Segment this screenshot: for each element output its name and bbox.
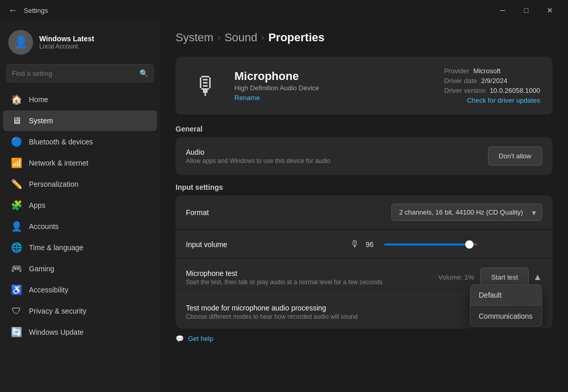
breadcrumb-properties: Properties <box>269 31 325 44</box>
profile-section: 👤 Windows Latest Local Account <box>0 21 160 61</box>
sidebar-item-system[interactable]: 🖥 System <box>3 110 157 131</box>
profile-type: Local Account <box>39 43 94 50</box>
driver-version-label: Driver version <box>444 87 485 94</box>
nav-icon-accessibility: ♿ <box>11 285 22 295</box>
avatar: 👤 <box>8 30 33 55</box>
format-label: Format <box>186 208 391 217</box>
format-card: Format 2 channels, 16 bit, 44100 Hz (CD … <box>176 195 553 229</box>
nav-icon-apps: 🧩 <box>11 200 22 210</box>
input-settings-heading: Input settings <box>176 183 553 191</box>
sidebar-item-time[interactable]: 🌐 Time & language <box>3 237 157 258</box>
nav-label-personalization: Personalization <box>29 180 78 188</box>
sidebar-item-home[interactable]: 🏠 Home <box>3 89 157 110</box>
nav-label-accessibility: Accessibility <box>29 286 68 294</box>
audio-label: Audio Allow apps and Windows to use this… <box>186 148 488 165</box>
mic-test-info: Microphone test Start the test, then tal… <box>186 269 438 286</box>
format-row: Format 2 channels, 16 bit, 44100 Hz (CD … <box>176 195 553 229</box>
nav-list: 🏠 Home 🖥 System 🔵 Bluetooth & devices 📶 … <box>0 89 160 343</box>
nav-label-apps: Apps <box>29 201 45 209</box>
nav-icon-personalization: ✏️ <box>11 179 22 189</box>
sidebar-item-bluetooth[interactable]: 🔵 Bluetooth & devices <box>3 132 157 152</box>
dropdown-item-communications[interactable]: Communications <box>470 306 542 326</box>
get-help-icon: 💬 <box>176 335 184 342</box>
driver-date-value: 2/9/2024 <box>481 77 508 85</box>
breadcrumb-sep-2: › <box>261 33 264 42</box>
nav-label-time: Time & language <box>29 243 83 252</box>
microphone-icon: 🎙 <box>188 68 224 104</box>
volume-slider-wrap <box>384 243 542 246</box>
sidebar-item-windows-update[interactable]: 🔄 Windows Update <box>3 322 157 342</box>
mic-test-card: Microphone test Start the test, then tal… <box>176 259 553 329</box>
test-mode-dropdown: Default Communications <box>470 284 542 327</box>
rename-link[interactable]: Rename <box>234 94 434 102</box>
get-help-label: Get help <box>188 335 213 342</box>
nav-label-home: Home <box>29 95 48 104</box>
device-meta: Provider Microsoft Driver date 2/9/2024 … <box>444 67 540 104</box>
breadcrumb-sound[interactable]: Sound <box>225 31 258 44</box>
provider-label: Provider <box>444 67 469 75</box>
chevron-expand-button[interactable]: ▲ <box>533 272 542 283</box>
volume-label: Input volume <box>186 240 344 249</box>
sidebar-item-accessibility[interactable]: ♿ Accessibility <box>3 280 157 300</box>
driver-link[interactable]: Check for driver updates <box>444 96 540 104</box>
nav-label-windows-update: Windows Update <box>29 328 84 336</box>
nav-icon-system: 🖥 <box>11 116 22 126</box>
volume-mic-icon: 🎙 <box>350 239 359 250</box>
device-sub: High Definition Audio Device <box>234 84 434 92</box>
format-select-wrap[interactable]: 2 channels, 16 bit, 44100 Hz (CD Quality… <box>391 204 542 221</box>
driver-date-label: Driver date <box>444 77 477 85</box>
sidebar: 👤 Windows Latest Local Account 🔍 🏠 Home … <box>0 21 160 392</box>
nav-label-accounts: Accounts <box>29 222 59 231</box>
profile-info: Windows Latest Local Account <box>39 35 94 50</box>
titlebar: ← Settings ─ □ ✕ <box>0 0 568 21</box>
sidebar-item-privacy[interactable]: 🛡 Privacy & security <box>3 301 157 321</box>
window-title: Settings <box>24 7 48 14</box>
sidebar-item-network[interactable]: 📶 Network & internet <box>3 153 157 173</box>
volume-number: 96 <box>366 240 378 249</box>
audio-card: Audio Allow apps and Windows to use this… <box>176 137 553 175</box>
sidebar-item-apps[interactable]: 🧩 Apps <box>3 195 157 216</box>
audio-title: Audio <box>186 148 488 156</box>
driver-version-value: 10.0.26058.1000 <box>490 87 540 94</box>
breadcrumb-system[interactable]: System <box>176 31 213 44</box>
nav-label-network: Network & internet <box>29 159 88 167</box>
nav-icon-privacy: 🛡 <box>11 306 22 316</box>
nav-label-gaming: Gaming <box>29 265 54 273</box>
nav-icon-bluetooth: 🔵 <box>11 137 22 147</box>
search-input[interactable] <box>12 70 139 77</box>
general-heading: General <box>176 125 553 133</box>
close-button[interactable]: ✕ <box>538 2 562 19</box>
volume-row: Input volume 🎙 96 <box>176 231 553 258</box>
device-info: Microphone High Definition Audio Device … <box>234 70 434 102</box>
audio-sub: Allow apps and Windows to use this devic… <box>186 157 488 165</box>
dropdown-item-default[interactable]: Default <box>470 285 542 305</box>
dont-allow-button[interactable]: Don't allow <box>488 146 542 166</box>
general-cards: Audio Allow apps and Windows to use this… <box>176 137 553 175</box>
audio-row: Audio Allow apps and Windows to use this… <box>176 137 553 175</box>
search-box[interactable]: 🔍 <box>6 64 154 83</box>
device-card: 🎙 Microphone High Definition Audio Devic… <box>176 57 553 115</box>
window-controls: ─ □ ✕ <box>491 2 562 19</box>
mic-test-volume: Volume: 1% <box>438 273 474 281</box>
back-button[interactable]: ← <box>6 3 20 18</box>
volume-slider[interactable] <box>384 243 477 246</box>
nav-icon-network: 📶 <box>11 158 22 168</box>
app-body: 👤 Windows Latest Local Account 🔍 🏠 Home … <box>0 21 568 392</box>
nav-icon-gaming: 🎮 <box>11 264 22 274</box>
get-help-link[interactable]: 💬 Get help <box>176 335 553 342</box>
sidebar-item-personalization[interactable]: ✏️ Personalization <box>3 174 157 194</box>
nav-icon-time: 🌐 <box>11 242 22 253</box>
nav-icon-accounts: 👤 <box>11 221 22 232</box>
minimize-button[interactable]: ─ <box>491 2 514 19</box>
provider-value: Microsoft <box>474 67 501 75</box>
sidebar-item-gaming[interactable]: 🎮 Gaming <box>3 258 157 279</box>
maximize-button[interactable]: □ <box>514 2 538 19</box>
search-icon: 🔍 <box>139 69 148 77</box>
format-select[interactable]: 2 channels, 16 bit, 44100 Hz (CD Quality… <box>391 204 542 221</box>
nav-label-privacy: Privacy & security <box>29 307 86 315</box>
breadcrumb-sep-1: › <box>217 33 220 42</box>
nav-icon-home: 🏠 <box>11 94 22 105</box>
provider-row: Provider Microsoft <box>444 67 540 75</box>
mic-test-sub: Start the test, then talk or play audio … <box>186 279 438 286</box>
sidebar-item-accounts[interactable]: 👤 Accounts <box>3 216 157 237</box>
